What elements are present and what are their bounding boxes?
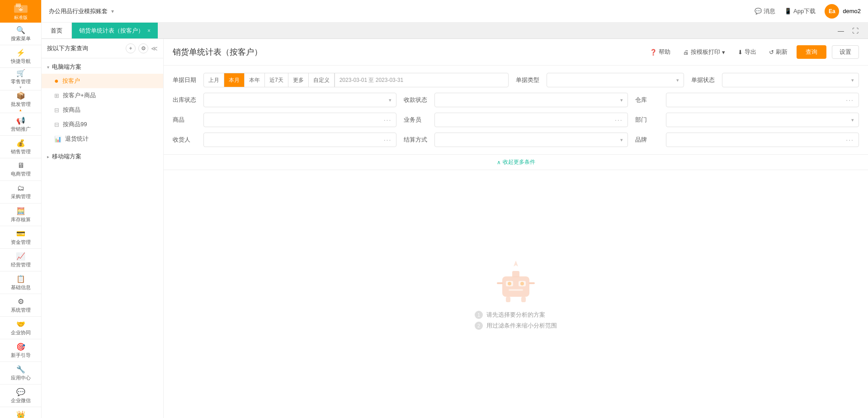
sidebar-item-apps[interactable]: 🔧 应用中心	[0, 362, 41, 385]
date-custom[interactable]: 自定义	[309, 73, 335, 87]
tab-controls: — ⛶	[835, 25, 868, 36]
collect-status-control[interactable]: ▾	[434, 93, 627, 107]
message-icon: 💬	[755, 8, 762, 14]
scheme-item-by-product-99[interactable]: ⊟ 按商品99	[42, 117, 163, 132]
tab-active-label: 销货单统计表（按客户）	[79, 27, 144, 35]
export-button[interactable]: ⬇ 导出	[734, 46, 760, 58]
tab-close-icon[interactable]: ×	[147, 28, 151, 34]
date-this-year[interactable]: 本年	[245, 73, 265, 87]
sidebar-item-enterprise[interactable]: 🤝 企业协同	[0, 317, 41, 339]
sidebar-item-marketing[interactable]: 📢 营销推广	[0, 113, 41, 136]
ecommerce-icon: 🖥	[17, 162, 24, 170]
settings-icon: ⚙	[141, 45, 146, 52]
date-more[interactable]: 更多	[288, 73, 309, 87]
collect-status-arrow: ▾	[620, 97, 623, 103]
tab-active[interactable]: 销货单统计表（按客户） ×	[72, 23, 158, 38]
svg-rect-3	[502, 276, 529, 297]
procurement-icon: 🗂	[17, 184, 24, 192]
filter-area: 单据日期 上月 本月 本年 近7天 更多 自定义 2023-03-01 至 20…	[164, 66, 868, 155]
date-last-7-days[interactable]: 近7天	[265, 73, 288, 87]
avatar: Ea	[825, 4, 839, 19]
filter-row-4: 收货人 ··· 结算方式 ▾ 品牌	[173, 133, 859, 147]
date-range-text: 2023-03-01 至 2023-03-31	[335, 73, 408, 87]
print-button[interactable]: 🖨 按模板打印 ▾	[679, 46, 729, 58]
app-logo: 标准版	[0, 0, 41, 23]
filter-collect-status: 收款状态 ▾	[404, 93, 627, 107]
scheme-item-return-stats[interactable]: 📊 退货统计	[42, 132, 163, 146]
dept-control[interactable]: ▾	[666, 113, 859, 127]
app-download-button[interactable]: 📱 App下载	[784, 7, 816, 15]
basic-icon: 📋	[16, 275, 25, 283]
message-button[interactable]: 💬 消息	[755, 7, 775, 15]
sidebar-item-guide[interactable]: 🎯 新手引导	[0, 339, 41, 362]
sidebar-item-inventory[interactable]: 🧮 库存核算	[0, 204, 41, 226]
tab-home[interactable]: 首页	[42, 23, 72, 38]
refresh-icon: ↺	[769, 49, 774, 56]
logo-text: 标准版	[14, 14, 28, 21]
svg-rect-6	[509, 289, 523, 291]
warehouse-control[interactable]: ···	[666, 93, 859, 107]
mobile-scheme-toggle[interactable]: ▸ 移动端方案	[42, 150, 163, 163]
scheme-item-by-product[interactable]: ⊟ 按商品	[42, 103, 163, 117]
help-button[interactable]: ❓ 帮助	[646, 46, 674, 58]
doc-status-arrow: ▾	[851, 77, 854, 83]
consignee-control[interactable]: ···	[203, 133, 396, 147]
product-control[interactable]: ···	[203, 113, 396, 127]
settle-control[interactable]: ▾	[434, 133, 627, 147]
user-profile[interactable]: Ea demo2	[825, 4, 861, 19]
query-button[interactable]: 查询	[797, 45, 826, 59]
topbar-title: 办公用品行业模拟账套	[49, 7, 108, 15]
brand-control[interactable]: ···	[666, 133, 859, 147]
brand-label: 品牌	[635, 136, 662, 144]
doc-status-control[interactable]: ▾	[722, 73, 859, 87]
doc-type-control[interactable]: ▾	[547, 73, 684, 87]
consignee-dots: ···	[384, 136, 392, 143]
out-status-control[interactable]: ▾	[203, 93, 396, 107]
salesman-label: 业务员	[404, 116, 431, 124]
salesman-control[interactable]: ···	[434, 113, 627, 127]
add-scheme-button[interactable]: +	[126, 43, 136, 53]
settings-button[interactable]: 设置	[832, 45, 859, 59]
scheme-item-by-customer-product[interactable]: ⊞ 按客户+商品	[42, 88, 163, 103]
sidebar-item-member[interactable]: 👑 畅会员	[0, 407, 41, 418]
collapse-panel-button[interactable]: ≪	[151, 45, 158, 52]
svg-point-13	[520, 282, 524, 285]
settings-scheme-button[interactable]: ⚙	[138, 43, 148, 53]
out-status-label: 出库状态	[173, 96, 200, 104]
consignee-label: 收货人	[173, 136, 200, 144]
sidebar-item-basic[interactable]: 📋 基础信息	[0, 271, 41, 294]
scheme-item-by-customer[interactable]: ● 按客户	[42, 74, 163, 88]
sidebar-item-procurement[interactable]: 🗂 采购管理	[0, 181, 41, 204]
sidebar-item-ecommerce[interactable]: 🖥 电商管理	[0, 158, 41, 181]
by-product-icon: ⊟	[54, 107, 59, 114]
sidebar-item-wholesale[interactable]: 📦 批发管理 ▴	[0, 90, 41, 113]
date-this-month[interactable]: 本月	[224, 73, 245, 87]
search-menu-icon: 🔍	[16, 26, 25, 34]
collapse-bar[interactable]: ∧ 收起更多条件	[164, 155, 868, 170]
tab-minimize-button[interactable]: —	[835, 25, 846, 36]
desktop-scheme-toggle[interactable]: ▾ 电脑端方案	[42, 60, 163, 74]
sidebar-item-wechat[interactable]: 💬 企业微信	[0, 385, 41, 407]
sidebar-item-sales[interactable]: 💰 销售管理	[0, 136, 41, 158]
refresh-button[interactable]: ↺ 刷新	[765, 46, 791, 58]
empty-illustration	[489, 258, 543, 304]
sidebar-item-operations[interactable]: 📈 经营管理	[0, 249, 41, 271]
page-header: 销货单统计表（按客户） ❓ 帮助 🖨 按模板打印 ▾ ⬇ 导出	[164, 39, 868, 66]
quick-nav-icon: ⚡	[16, 48, 25, 57]
tab-expand-button[interactable]: ⛶	[850, 25, 861, 36]
date-last-month[interactable]: 上月	[204, 73, 224, 87]
wholesale-icon: 📦	[16, 91, 25, 100]
sidebar-item-system[interactable]: ⚙ 系统管理	[0, 294, 41, 317]
guide-icon: 🎯	[16, 342, 25, 351]
desktop-scheme-label: 电脑端方案	[52, 63, 81, 71]
wechat-icon: 💬	[16, 388, 25, 396]
sidebar-item-quick-nav[interactable]: ⚡ 快捷导航	[0, 45, 41, 68]
topbar-dropdown[interactable]: ▾	[111, 8, 114, 14]
left-panel-header: 按以下方案查询 + ⚙ ≪	[42, 39, 163, 58]
filter-doc-type: 单据类型 ▾	[516, 73, 684, 87]
warehouse-dots: ···	[846, 96, 854, 104]
sidebar-item-finance[interactable]: 💳 资金管理	[0, 226, 41, 249]
by-product-99-icon: ⊟	[54, 121, 59, 128]
sidebar-item-search-menu[interactable]: 🔍 搜索菜单	[0, 23, 41, 45]
sidebar-item-retail[interactable]: 🛒 零售管理 ▾	[0, 68, 41, 90]
